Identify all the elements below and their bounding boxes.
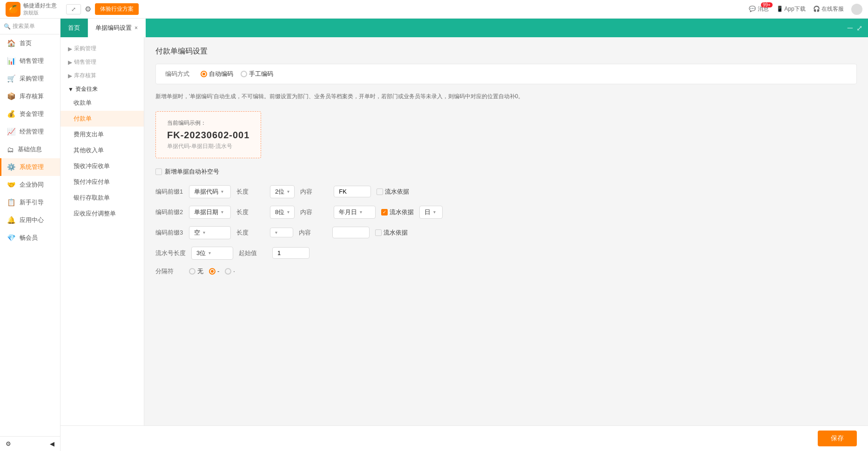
sep-none-radio[interactable]: 无 <box>189 267 203 276</box>
search-label: 搜索菜单 <box>13 22 35 30</box>
sidebar-item-system[interactable]: ⚙️ 系统管理 <box>0 158 60 176</box>
prefix2-content-label: 内容 <box>300 208 328 216</box>
left-panel-prepay-receivable[interactable]: 预收冲应收单 <box>61 158 144 174</box>
code-preview-label: 当前编码示例： <box>167 119 249 127</box>
prefix2-select[interactable]: 单据日期 ▾ <box>189 206 231 219</box>
sidebar-item-home[interactable]: 🏠 首页 <box>0 34 60 52</box>
serial-start-input[interactable] <box>272 247 310 259</box>
auto-fill-checkbox[interactable] <box>155 168 162 175</box>
prefix3-serial-checkbox[interactable] <box>375 229 382 236</box>
prefix3-length-label: 长度 <box>236 229 264 237</box>
sidebar-item-finance[interactable]: 💰 资金管理 <box>0 105 60 123</box>
apps-icon: 🔔 <box>7 216 16 224</box>
prefix1-serial-checkbox[interactable] <box>377 188 383 195</box>
experience-btn[interactable]: 体验行业方案 <box>95 3 139 15</box>
sidebar-item-inventory[interactable]: 📦 库存核算 <box>0 88 60 105</box>
chevron-right-icon: ▶ <box>68 46 72 52</box>
sidebar-collapse-icon[interactable]: ◀ <box>50 440 54 447</box>
prefix2-content-select[interactable]: 年月日 ▾ <box>334 206 376 219</box>
msg-btn[interactable]: 💬 消息 99+ <box>749 5 768 13</box>
serial-length-label: 流水号长度 <box>155 249 186 257</box>
left-panel-payment[interactable]: 付款单 <box>61 111 144 127</box>
app-download-btn[interactable]: 📱 App下载 <box>776 5 806 13</box>
auto-encode-radio[interactable]: 自动编码 <box>201 70 233 78</box>
tab-bar: 首页 单据编码设置 × ─ ⤢ <box>61 19 868 37</box>
sidebar-item-operations[interactable]: 📈 经营管理 <box>0 123 60 141</box>
separator-row: 分隔符 无 - · <box>155 267 857 276</box>
left-panel-purchase-mgmt[interactable]: ▶ 采购管理 <box>61 41 144 54</box>
gear-btn[interactable]: ⚙ <box>83 3 93 15</box>
prefix3-length-chevron: ▾ <box>275 230 277 235</box>
basic-icon: 🗂 <box>7 146 14 154</box>
prefix3-content-label: 内容 <box>299 229 327 237</box>
sep-other-circle <box>225 268 231 275</box>
serial-start-label: 起始值 <box>239 249 267 257</box>
prefix1-value: 单据代码 <box>194 188 218 196</box>
chevron-down-icon: ▼ <box>68 86 74 93</box>
prefix1-length-select[interactable]: 2位 ▾ <box>270 185 295 198</box>
sidebar-item-vip[interactable]: 💎 畅会员 <box>0 229 60 247</box>
code-preview-format: 单据代码-单据日期-流水号 <box>167 142 249 150</box>
enterprise-icon: 🤝 <box>7 181 16 189</box>
tab-code-label: 单据编码设置 <box>95 24 132 32</box>
sep-other-radio[interactable]: · <box>225 268 235 275</box>
save-button[interactable]: 保存 <box>818 431 857 446</box>
prefix2-serial-unit-select[interactable]: 日 ▾ <box>419 206 443 219</box>
tab-code-setting[interactable]: 单据编码设置 × <box>88 19 146 37</box>
search-menu[interactable]: 🔍 搜索菜单 <box>0 19 60 34</box>
prefix2-serial-checkbox[interactable]: ✓ <box>381 209 388 215</box>
serial-length-chevron: ▾ <box>209 250 211 256</box>
sidebar-bottom: ⚙ ◀ <box>0 436 60 451</box>
sidebar-label-system: 系统管理 <box>20 163 44 171</box>
prefix3-length-select[interactable]: ▾ <box>270 228 293 237</box>
sidebar-item-apps[interactable]: 🔔 应用中心 <box>0 211 60 229</box>
manual-encode-radio[interactable]: 手工编码 <box>241 70 273 78</box>
left-panel-sales-mgmt[interactable]: ▶ 销售管理 <box>61 54 144 68</box>
auto-encode-radio-circle <box>201 71 207 77</box>
sales-icon: 📊 <box>7 57 16 65</box>
sidebar-item-sales[interactable]: 📊 销售管理 <box>0 52 60 70</box>
nav-dropdown-btn[interactable]: ⤢ <box>66 4 81 14</box>
prefix3-content-input[interactable] <box>332 227 370 238</box>
prefix1-content-input[interactable] <box>334 186 371 197</box>
prefix1-select[interactable]: 单据代码 ▾ <box>189 185 231 198</box>
sep-hyphen-radio[interactable]: - <box>209 268 219 275</box>
prefix2-unit-chevron: ▾ <box>433 209 436 215</box>
tab-close-icon[interactable]: × <box>135 25 138 31</box>
right-panel: 付款单编码设置 编码方式 自动编码 手工编码 新增单据时，'单据编码'自动生成，… <box>144 37 868 451</box>
tab-expand-icon[interactable]: ⤢ <box>856 24 862 33</box>
tab-home[interactable]: 首页 <box>61 19 88 37</box>
auto-fill-label: 新增单据自动补空号 <box>165 168 219 176</box>
left-panel-payable-adjust[interactable]: 应收应付调整单 <box>61 206 144 222</box>
prefix2-serial-group: ✓ 流水依据 <box>381 208 414 216</box>
prefix1-row: 编码前缀1 单据代码 ▾ 长度 2位 ▾ 内容 流水依据 <box>155 185 857 198</box>
msg-icon: 💬 <box>749 6 756 12</box>
operations-icon: 📈 <box>7 128 16 136</box>
prefix1-label: 编码前缀1 <box>155 188 183 196</box>
left-panel-inventory-calc[interactable]: ▶ 库存核算 <box>61 68 144 81</box>
serial-length-select[interactable]: 3位 ▾ <box>191 247 233 260</box>
prefix3-select[interactable]: 空 ▾ <box>189 226 231 239</box>
left-panel-other-income[interactable]: 其他收入单 <box>61 142 144 158</box>
user-info[interactable] <box>851 4 862 15</box>
left-panel-receipt[interactable]: 收款单 <box>61 95 144 111</box>
sidebar-settings-icon[interactable]: ⚙ <box>6 440 11 447</box>
prefix1-content-label: 内容 <box>300 188 328 196</box>
sep-none-circle <box>189 268 195 275</box>
sidebar-item-guide[interactable]: 📋 新手引导 <box>0 194 60 211</box>
sidebar-item-enterprise[interactable]: 🤝 企业协同 <box>0 176 60 194</box>
sidebar-item-purchase[interactable]: 🛒 采购管理 <box>0 70 60 88</box>
left-panel-expense[interactable]: 费用支出单 <box>61 127 144 142</box>
encode-method-label: 编码方式 <box>165 70 189 78</box>
service-btn[interactable]: 🎧 在线客服 <box>813 5 844 13</box>
sidebar-item-basic[interactable]: 🗂 基础信息 <box>0 141 60 158</box>
brand-name: 畅捷通好生意 <box>23 2 57 10</box>
left-panel-prepay-payable[interactable]: 预付冲应付单 <box>61 174 144 190</box>
sidebar-label-vip: 畅会员 <box>20 234 38 242</box>
prefix2-length-select[interactable]: 8位 ▾ <box>270 206 295 219</box>
top-bar-nav: ⤢ ⚙ 体验行业方案 <box>66 3 139 15</box>
sidebar-label-guide: 新手引导 <box>20 198 44 207</box>
tab-minimize-icon[interactable]: ─ <box>848 24 853 32</box>
left-panel-funds-flow[interactable]: ▼ 资金往来 <box>61 81 144 95</box>
left-panel-bank-deposit[interactable]: 银行存取款单 <box>61 190 144 206</box>
